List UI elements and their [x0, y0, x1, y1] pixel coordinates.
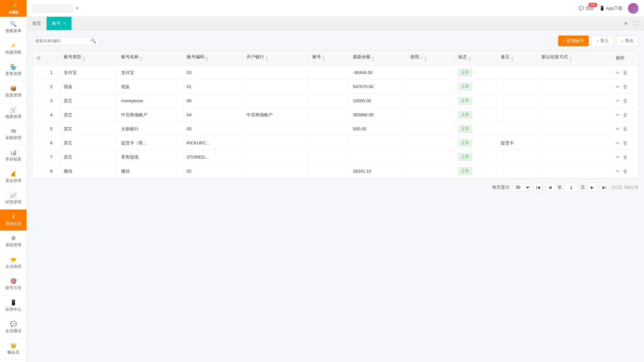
- row-account: [308, 150, 349, 164]
- sidebar-item-system[interactable]: ⚙ 系统管理: [0, 231, 26, 252]
- row-balance: [349, 136, 406, 150]
- import-button[interactable]: ↑ 导入: [591, 36, 614, 46]
- sidebar-item-retail[interactable]: 🏪 零售管理: [0, 60, 26, 81]
- add-account-button[interactable]: + 新增账号: [558, 36, 589, 46]
- col-gear[interactable]: ⚙: [33, 51, 46, 66]
- inventory-icon: 📊: [10, 149, 17, 156]
- row-usage: [406, 136, 454, 150]
- delete-icon[interactable]: 🗑: [623, 126, 628, 132]
- sidebar-item-beginner[interactable]: 🎯 新手引导: [0, 274, 26, 295]
- delete-icon[interactable]: 🗑: [623, 154, 628, 160]
- col-code[interactable]: 账号编码▲▼: [182, 51, 242, 66]
- row-actions: ✏ 🗑: [611, 80, 638, 94]
- row-checkbox: [33, 122, 46, 136]
- search-input[interactable]: [35, 39, 89, 43]
- prev-page-button[interactable]: ◀: [545, 183, 555, 192]
- row-checkbox: [33, 80, 46, 94]
- col-account[interactable]: 账号▲▼: [308, 51, 349, 66]
- edit-icon[interactable]: ✏: [616, 126, 620, 132]
- search-box[interactable]: 🔍: [32, 37, 99, 45]
- delete-icon[interactable]: 🗑: [623, 168, 628, 174]
- col-remark[interactable]: 备注▲▼: [497, 51, 538, 66]
- row-code: 05: [182, 122, 242, 136]
- edit-icon[interactable]: ✏: [616, 70, 620, 76]
- header-search-input[interactable]: [32, 4, 72, 12]
- table-row: 4 其它 中百商场账户 04 中百商场账户 383866.00 正常 ✏ 🗑: [33, 108, 638, 122]
- last-page-button[interactable]: ▶|: [600, 183, 609, 192]
- sidebar-item-ecommerce[interactable]: 🛒 电商管理: [0, 103, 26, 124]
- tab-account[interactable]: 账号 ✕: [47, 17, 72, 30]
- col-type[interactable]: 账号类型▲▼: [59, 51, 117, 66]
- page-size-select[interactable]: 50 20 100: [512, 183, 531, 191]
- sidebar-item-wholesale[interactable]: 📦 批发管理: [0, 81, 26, 103]
- col-status[interactable]: 状态▲▼: [454, 51, 496, 66]
- edit-icon[interactable]: ✏: [616, 98, 620, 104]
- tab-close-icon[interactable]: ✕: [63, 21, 66, 26]
- row-balance: 383866.00: [349, 108, 406, 122]
- sidebar-item-basic-info[interactable]: ℹ 基础信息: [0, 209, 26, 231]
- row-code: 01: [182, 80, 242, 94]
- sidebar-item-membership[interactable]: 👑 畅会员: [0, 338, 26, 360]
- row-code: 06: [182, 94, 242, 108]
- edit-icon[interactable]: ✏: [616, 168, 620, 174]
- capital-icon: 💰: [10, 171, 17, 177]
- row-status: 正常: [454, 108, 496, 122]
- sidebar-item-label: 新手引导: [5, 285, 21, 291]
- account-table: ⚙ 账号类型▲▼ 账号名称▲▼ 账号编码▲▼ 开户银行▲▼ 账号▲▼ 最新余额▲…: [32, 50, 639, 179]
- col-bank[interactable]: 开户银行▲▼: [242, 51, 308, 66]
- page-total: 共1页, 8条记录: [612, 185, 639, 190]
- sidebar-item-label: 经营管理: [5, 199, 21, 205]
- row-usage: [406, 164, 454, 178]
- edit-icon[interactable]: ✏: [616, 84, 620, 90]
- next-page-button[interactable]: ▶: [588, 183, 597, 192]
- row-account: [308, 122, 349, 136]
- sidebar-item-enterprise[interactable]: 🤝 企业协同: [0, 252, 26, 274]
- sidebar-item-operation[interactable]: 📈 经营管理: [0, 188, 26, 209]
- first-page-button[interactable]: |◀: [533, 183, 543, 192]
- row-remark: 提货卡: [497, 136, 538, 150]
- header-right: 💬 消息 99+ 📱 App下载: [579, 3, 639, 14]
- delete-icon[interactable]: 🗑: [623, 140, 628, 146]
- col-default-payment[interactable]: 默认结算方式▲▼: [537, 51, 611, 66]
- col-balance[interactable]: 最新余额▲▼: [349, 51, 406, 66]
- status-badge: 正常: [458, 153, 472, 161]
- top-header: ▼ 💬 消息 99+ 📱 App下载: [27, 0, 644, 17]
- app-download-button[interactable]: 📱 App下载: [599, 5, 623, 11]
- export-label: 导出: [625, 38, 634, 44]
- table-row: 6 其它 提货卡（零... PICKUPC... 正常 提货卡 ✏ 🗑: [33, 136, 638, 150]
- sidebar-item-inventory[interactable]: 📊 库存核算: [0, 145, 26, 167]
- tab-close-button[interactable]: ✕: [621, 19, 631, 28]
- export-button[interactable]: ↓ 导出: [616, 36, 639, 46]
- tab-maximize-button[interactable]: ⛶: [632, 19, 641, 28]
- sidebar-item-capital[interactable]: 💰 资金管理: [0, 167, 26, 188]
- col-usage[interactable]: 使用...▲▼: [406, 51, 454, 66]
- status-badge: 正常: [458, 97, 472, 105]
- edit-icon[interactable]: ✏: [616, 140, 620, 146]
- sidebar-item-purchase[interactable]: 🛍 采购管理: [0, 124, 26, 145]
- col-name[interactable]: 账号名称▲▼: [117, 51, 182, 66]
- row-status: 正常: [454, 136, 496, 150]
- message-button[interactable]: 💬 消息 99+: [579, 5, 594, 11]
- sidebar-item-quick-nav[interactable]: ⚡ 快捷导航: [0, 38, 26, 60]
- sidebar-item-wechat[interactable]: 💬 企业微信: [0, 317, 26, 338]
- avatar[interactable]: [628, 3, 639, 14]
- row-default-payment: [537, 136, 611, 150]
- row-code: 02: [182, 164, 242, 178]
- delete-icon[interactable]: 🗑: [623, 98, 628, 104]
- row-checkbox: [33, 108, 46, 122]
- delete-icon[interactable]: 🗑: [623, 112, 628, 118]
- delete-icon[interactable]: 🗑: [623, 70, 628, 76]
- sidebar-item-search-menu[interactable]: 🔍 搜索菜单: [0, 17, 26, 38]
- edit-icon[interactable]: ✏: [616, 112, 620, 118]
- row-remark: [497, 66, 538, 80]
- tab-home[interactable]: 首页: [27, 17, 47, 30]
- row-index: 2: [46, 80, 59, 94]
- row-balance: -90444.00: [349, 66, 406, 80]
- delete-icon[interactable]: 🗑: [623, 84, 628, 90]
- page-input[interactable]: [565, 183, 578, 192]
- search-icon[interactable]: 🔍: [91, 38, 96, 44]
- tab-account-label: 账号: [52, 20, 61, 26]
- edit-icon[interactable]: ✏: [616, 154, 620, 160]
- dropdown-icon[interactable]: ▼: [75, 6, 79, 11]
- sidebar-item-app-center[interactable]: 📱 应用中心: [0, 295, 26, 317]
